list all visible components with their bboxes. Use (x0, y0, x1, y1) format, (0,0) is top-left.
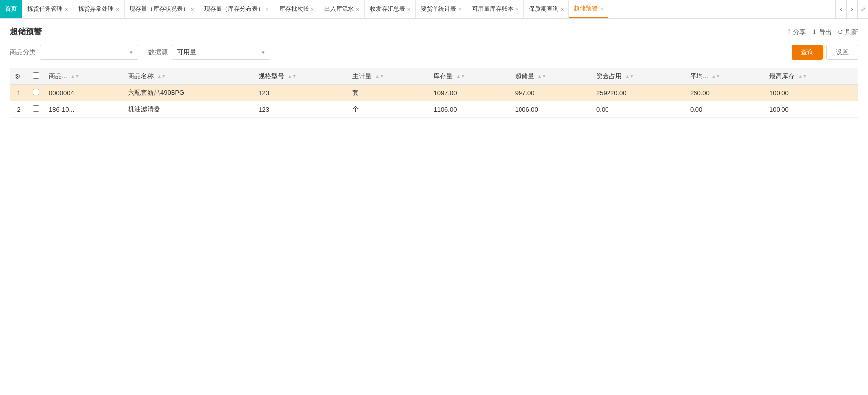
share-icon: ⤴ (787, 28, 791, 36)
refresh-icon: ↺ (838, 28, 843, 36)
row-spec: 123 (254, 85, 347, 101)
share-button[interactable]: ⤴ 分享 (787, 28, 806, 37)
avg-column-header: 平均... ▲▼ (685, 68, 764, 85)
product-name-column-header: 商品名称 ▲▼ (123, 68, 254, 85)
nav-tab-7[interactable]: 收发存汇总表 × (365, 0, 416, 18)
nav-tab-label: 拣货任务管理 (27, 5, 63, 13)
sort-icon[interactable]: ▲▼ (456, 74, 465, 79)
nav-tab-label: 拣货异常处理 (78, 5, 114, 13)
nav-tab-label: 库存批次账 (279, 5, 309, 13)
nav-tab-label: 可用量库存账本 (472, 5, 514, 13)
page-title: 超储预警 (10, 27, 42, 37)
sort-icon[interactable]: ▲▼ (288, 74, 297, 79)
nav-tab-11[interactable]: 超储预警 × (569, 0, 608, 18)
nav-tab-9[interactable]: 可用量库存账本 × (467, 0, 524, 18)
setting-button[interactable]: 设置 (826, 45, 858, 60)
row-index: 1 (10, 85, 28, 101)
checkbox-column-header (28, 68, 44, 85)
nav-tab-close[interactable]: × (516, 6, 519, 12)
row-max-stock: 100.00 (764, 85, 858, 101)
nav-arrows-container: ‹ › ⤢ (835, 0, 868, 19)
table-body: 1 0000004 六配套新昌490BPG 123 套 1097.00 997.… (10, 85, 858, 118)
gear-icon[interactable]: ⚙ (15, 73, 21, 80)
nav-tab-1[interactable]: 拣货任务管理 × (22, 0, 73, 18)
nav-expand-button[interactable]: ⤢ (857, 0, 868, 19)
nav-tab-4[interactable]: 现存量（库存分布表） × (199, 0, 274, 18)
header-actions: ⤴ 分享 ⬇ 导出 ↺ 刷新 (787, 28, 858, 37)
nav-next-button[interactable]: › (846, 0, 857, 19)
row-avg: 260.00 (685, 85, 764, 101)
row-product-code: 0000004 (44, 85, 123, 101)
row-product-code: 186-10... (44, 101, 123, 118)
row-unit: 套 (347, 85, 429, 101)
category-filter: 商品分类 ▾ (10, 45, 138, 60)
export-button[interactable]: ⬇ 导出 (812, 28, 832, 37)
nav-tab-5[interactable]: 库存批次账 × (274, 0, 319, 18)
nav-tab-close[interactable]: × (65, 6, 68, 12)
nav-prev-button[interactable]: ‹ (835, 0, 846, 19)
nav-tab-close[interactable]: × (191, 6, 194, 12)
page-header: 超储预警 ⤴ 分享 ⬇ 导出 ↺ 刷新 (10, 27, 858, 37)
sort-icon[interactable]: ▲▼ (375, 74, 384, 79)
row-over-stock: 997.00 (510, 85, 591, 101)
row-checkbox-cell (28, 85, 44, 101)
nav-tab-10[interactable]: 保质期查询 × (524, 0, 569, 18)
max-stock-column-header: 最高库存 ▲▼ (764, 68, 858, 85)
row-checkbox[interactable] (33, 89, 39, 95)
sort-icon[interactable]: ▲▼ (537, 74, 546, 79)
row-over-stock: 1006.00 (510, 101, 591, 118)
nav-tab-close[interactable]: × (407, 6, 410, 12)
nav-tab-close[interactable]: × (265, 6, 268, 12)
home-tab-label: 首页 (5, 5, 17, 13)
nav-tab-label: 现存量（库存状况表） (130, 5, 189, 13)
datasource-filter: 数据源 可用量 ▾ (148, 45, 270, 60)
category-filter-label: 商品分类 (10, 48, 36, 57)
share-label: 分享 (793, 28, 806, 37)
datasource-filter-label: 数据源 (148, 48, 168, 57)
settings-column-header: ⚙ (10, 68, 28, 85)
data-table: ⚙ 商品... ▲▼ 商品名称 ▲▼ 规格型号 ▲▼ 主计 (10, 68, 858, 118)
row-max-stock: 100.00 (764, 101, 858, 118)
sort-icon[interactable]: ▲▼ (798, 74, 807, 79)
chevron-down-icon: ▾ (262, 49, 265, 56)
over-stock-column-header: 超储量 ▲▼ (510, 68, 591, 85)
row-index: 2 (10, 101, 28, 118)
table-row: 1 0000004 六配套新昌490BPG 123 套 1097.00 997.… (10, 85, 858, 101)
query-button[interactable]: 查询 (792, 45, 823, 60)
product-code-column-header: 商品... ▲▼ (44, 68, 123, 85)
export-icon: ⬇ (812, 28, 817, 36)
row-capital: 259220.00 (591, 85, 685, 101)
nav-tab-close[interactable]: × (600, 6, 603, 12)
nav-tab-3[interactable]: 现存量（库存状况表） × (125, 0, 199, 18)
select-all-checkbox[interactable] (33, 72, 39, 79)
nav-tab-label: 要货单统计表 (421, 5, 456, 13)
nav-home-tab[interactable]: 首页 (0, 0, 22, 18)
category-select[interactable]: ▾ (40, 45, 138, 60)
unit-column-header: 主计量 ▲▼ (347, 68, 429, 85)
sort-icon[interactable]: ▲▼ (70, 74, 79, 79)
row-product-name: 六配套新昌490BPG (123, 85, 254, 101)
top-navigation: 首页 拣货任务管理 × 拣货异常处理 × 现存量（库存状况表） × 现存量（库存… (0, 0, 868, 19)
filter-row: 商品分类 ▾ 数据源 可用量 ▾ 查询 设置 (10, 45, 858, 60)
row-unit: 个 (347, 101, 429, 118)
nav-tab-close[interactable]: × (561, 6, 564, 12)
sort-icon[interactable]: ▲▼ (711, 74, 720, 79)
nav-tab-6[interactable]: 出入库流水 × (319, 0, 364, 18)
datasource-select-value: 可用量 (177, 48, 196, 57)
refresh-label: 刷新 (845, 28, 858, 37)
row-stock: 1106.00 (429, 101, 510, 118)
spec-column-header: 规格型号 ▲▼ (254, 68, 347, 85)
nav-tab-8[interactable]: 要货单统计表 × (416, 0, 467, 18)
datasource-select[interactable]: 可用量 ▾ (172, 45, 270, 60)
row-checkbox[interactable] (33, 105, 39, 112)
nav-tab-close[interactable]: × (311, 6, 314, 12)
nav-tab-close[interactable]: × (116, 6, 119, 12)
nav-tab-close[interactable]: × (458, 6, 461, 12)
sort-icon[interactable]: ▲▼ (625, 74, 634, 79)
capital-column-header: 资金占用 ▲▼ (591, 68, 685, 85)
nav-tab-close[interactable]: × (356, 6, 359, 12)
nav-tab-label: 现存量（库存分布表） (204, 5, 263, 13)
refresh-button[interactable]: ↺ 刷新 (838, 28, 858, 37)
sort-icon[interactable]: ▲▼ (157, 74, 166, 79)
nav-tab-2[interactable]: 拣货异常处理 × (73, 0, 124, 18)
